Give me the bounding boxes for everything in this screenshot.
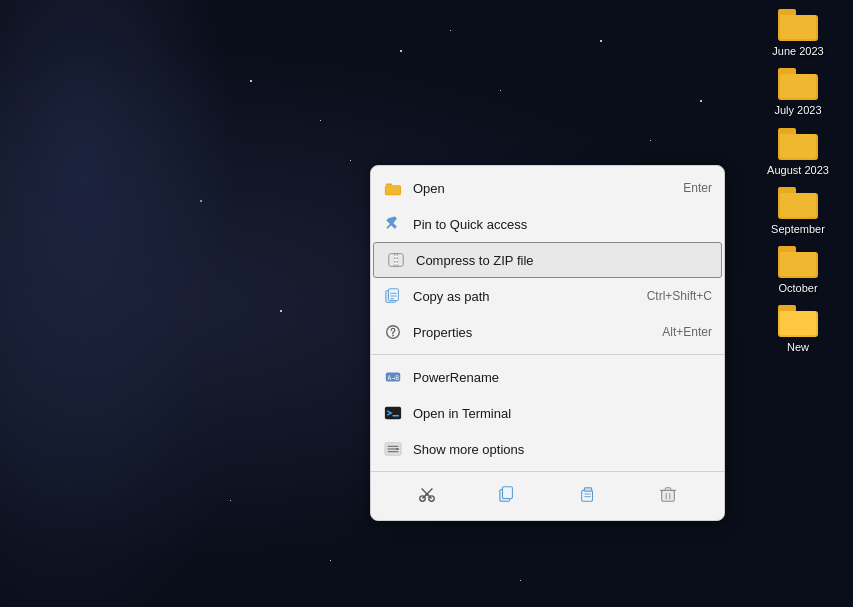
open-icon bbox=[383, 178, 403, 198]
icon-label-new: New bbox=[787, 340, 809, 354]
terminal-icon bbox=[383, 403, 403, 423]
more-options-icon bbox=[383, 439, 403, 459]
astronaut-illustration bbox=[0, 0, 290, 607]
desktop-icon-september[interactable]: September bbox=[756, 183, 841, 240]
menu-show-more-label: Show more options bbox=[413, 442, 712, 457]
menu-zip-label: Compress to ZIP file bbox=[416, 253, 709, 268]
properties-icon bbox=[383, 322, 403, 342]
menu-properties-shortcut: Alt+Enter bbox=[662, 325, 712, 339]
menu-toolbar bbox=[371, 471, 724, 516]
menu-item-pin-quick-access[interactable]: Pin to Quick access bbox=[371, 206, 724, 242]
svg-rect-17 bbox=[385, 407, 401, 420]
svg-text:A→B: A→B bbox=[388, 374, 400, 381]
menu-item-properties[interactable]: Properties Alt+Enter bbox=[371, 314, 724, 350]
menu-copy-path-label: Copy as path bbox=[413, 289, 627, 304]
menu-open-shortcut: Enter bbox=[683, 181, 712, 195]
menu-power-rename-label: PowerRename bbox=[413, 370, 712, 385]
menu-terminal-label: Open in Terminal bbox=[413, 406, 712, 421]
svg-point-14 bbox=[392, 335, 394, 337]
copy-path-icon bbox=[383, 286, 403, 306]
menu-item-open-terminal[interactable]: Open in Terminal bbox=[371, 395, 724, 431]
svg-rect-38 bbox=[665, 488, 670, 491]
desktop-icon-august-2023[interactable]: August 2023 bbox=[756, 124, 841, 181]
menu-item-show-more[interactable]: Show more options bbox=[371, 431, 724, 467]
folder-icon bbox=[778, 187, 818, 219]
menu-divider-1 bbox=[371, 354, 724, 355]
folder-icon bbox=[778, 9, 818, 41]
delete-button[interactable] bbox=[652, 478, 684, 510]
icon-label-august: August 2023 bbox=[767, 163, 829, 177]
desktop-icon-june-2023[interactable]: June 2023 bbox=[756, 5, 841, 62]
zip-icon bbox=[386, 250, 406, 270]
copy-button[interactable] bbox=[491, 478, 523, 510]
menu-item-open[interactable]: Open Enter bbox=[371, 170, 724, 206]
pin-icon bbox=[383, 214, 403, 234]
menu-item-power-rename[interactable]: A→B PowerRename bbox=[371, 359, 724, 395]
menu-open-label: Open bbox=[413, 181, 663, 196]
svg-rect-33 bbox=[584, 488, 591, 492]
svg-line-28 bbox=[422, 489, 429, 496]
menu-item-copy-path[interactable]: Copy as path Ctrl+Shift+C bbox=[371, 278, 724, 314]
menu-pin-label: Pin to Quick access bbox=[413, 217, 712, 232]
folder-icon bbox=[778, 68, 818, 100]
desktop-icon-july-2023[interactable]: July 2023 bbox=[756, 64, 841, 121]
desktop-icon-october[interactable]: October bbox=[756, 242, 841, 299]
svg-line-29 bbox=[425, 489, 432, 496]
svg-rect-0 bbox=[386, 184, 392, 186]
svg-rect-32 bbox=[581, 490, 592, 501]
cut-button[interactable] bbox=[411, 478, 443, 510]
power-rename-icon: A→B bbox=[383, 367, 403, 387]
svg-rect-36 bbox=[662, 490, 675, 501]
icon-label-june: June 2023 bbox=[772, 44, 823, 58]
menu-properties-label: Properties bbox=[413, 325, 642, 340]
icon-label-september: September bbox=[771, 222, 825, 236]
folder-icon bbox=[778, 305, 818, 337]
menu-item-compress-zip[interactable]: Compress to ZIP file bbox=[373, 242, 722, 278]
paste-button[interactable] bbox=[572, 478, 604, 510]
folder-icon bbox=[778, 246, 818, 278]
desktop-icon-new[interactable]: New bbox=[756, 301, 841, 358]
desktop-icons-panel: June 2023 July 2023 August 2023 Septembe… bbox=[753, 0, 843, 607]
svg-rect-31 bbox=[503, 487, 513, 499]
svg-rect-7 bbox=[394, 263, 398, 265]
folder-icon bbox=[778, 128, 818, 160]
menu-copy-path-shortcut: Ctrl+Shift+C bbox=[647, 289, 712, 303]
icon-label-july: July 2023 bbox=[774, 103, 821, 117]
icon-label-october: October bbox=[778, 281, 817, 295]
context-menu: Open Enter Pin to Quick access Compress … bbox=[370, 165, 725, 521]
svg-rect-2 bbox=[386, 186, 400, 194]
svg-rect-5 bbox=[394, 256, 398, 258]
svg-rect-6 bbox=[394, 259, 398, 261]
